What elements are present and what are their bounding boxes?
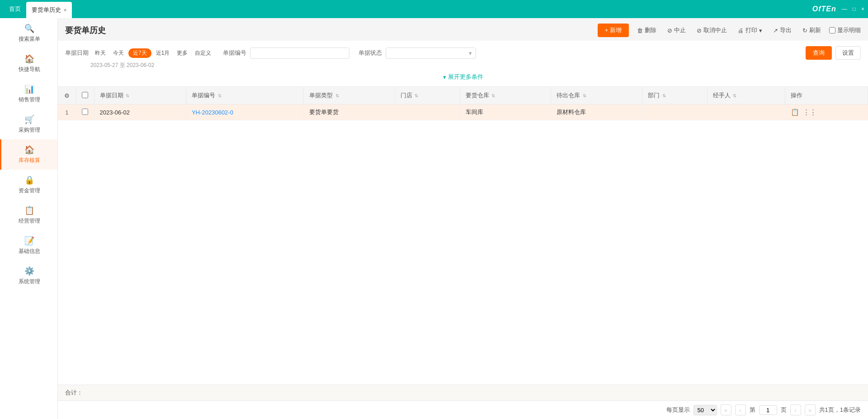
sidebar-item-sales-mgmt[interactable]: 📊 销售管理 bbox=[0, 79, 57, 109]
cell-checkbox-0[interactable] bbox=[76, 105, 94, 120]
cell-req-warehouse-0: 车间库 bbox=[460, 105, 551, 120]
cell-store-0 bbox=[395, 105, 460, 120]
page-title: 要货单历史 bbox=[65, 25, 598, 36]
footer-total-label: 合计： bbox=[65, 389, 83, 397]
col-order-type[interactable]: 单据类型 ⇅ bbox=[304, 87, 395, 105]
page-label: 第 bbox=[750, 406, 755, 414]
date-range-text: 2023-05-27 至 2023-06-02 bbox=[90, 62, 154, 68]
sidebar-item-basic-info[interactable]: 📝 基础信息 bbox=[0, 230, 57, 261]
delete-button[interactable]: 🗑 删除 bbox=[634, 24, 659, 36]
col-req-warehouse[interactable]: 要货仓库 ⇅ bbox=[460, 87, 551, 105]
search-menu-icon: 🔍 bbox=[24, 24, 34, 33]
col-order-no[interactable]: 单据编号 ⇅ bbox=[186, 87, 304, 105]
minimize-btn[interactable]: — bbox=[842, 6, 847, 12]
date-range-display: 2023-05-27 至 2023-06-02 bbox=[90, 62, 861, 69]
col-department[interactable]: 部门 ⇅ bbox=[642, 87, 707, 105]
order-no-link-0[interactable]: YH-20230602-0 bbox=[192, 109, 233, 116]
first-page-btn[interactable]: « bbox=[721, 405, 731, 415]
col-pending-warehouse[interactable]: 待出仓库 ⇅ bbox=[551, 87, 642, 105]
sidebar-item-quick-nav[interactable]: 🏠 快捷导航 bbox=[0, 48, 57, 79]
pagination-bar: 每页显示 10 20 50 100 « ‹ 第 页 › » 共1页，1条记录 bbox=[58, 400, 868, 419]
close-btn[interactable]: × bbox=[861, 6, 864, 12]
handler-sort-icon: ⇅ bbox=[733, 93, 736, 98]
tab-requisition-history[interactable]: 要货单历史 × bbox=[26, 2, 72, 18]
sidebar-item-search-menu-label: 搜索菜单 bbox=[19, 35, 40, 43]
next-page-btn[interactable]: › bbox=[790, 405, 801, 415]
cell-department-0 bbox=[642, 105, 707, 120]
display-cell-checkbox[interactable] bbox=[829, 27, 835, 33]
cell-pending-warehouse-0: 原材料仓库 bbox=[551, 105, 642, 120]
sidebar-item-system-mgmt[interactable]: ⚙️ 系统管理 bbox=[0, 261, 57, 291]
department-sort-icon: ⇅ bbox=[662, 93, 666, 98]
order-no-label: 单据编号 bbox=[223, 49, 246, 57]
tab-requisition-history-label: 要货单历史 bbox=[32, 6, 61, 14]
sidebar-item-search-menu[interactable]: 🔍 搜索菜单 bbox=[0, 18, 57, 48]
cell-seq-0: 1 bbox=[58, 105, 76, 120]
prev-page-btn[interactable]: ‹ bbox=[735, 405, 746, 415]
req-warehouse-sort-icon: ⇅ bbox=[491, 93, 495, 98]
status-filter: 单据状态 ▾ bbox=[359, 48, 476, 59]
more-icon-0[interactable]: ⋮⋮ bbox=[803, 108, 816, 116]
page-input[interactable] bbox=[759, 405, 777, 415]
col-store[interactable]: 门店 ⇅ bbox=[395, 87, 460, 105]
expand-more-label: 展开更多条件 bbox=[448, 73, 483, 81]
sidebar-item-finance-mgmt[interactable]: 🔒 资金管理 bbox=[0, 170, 57, 200]
finance-mgmt-icon: 🔒 bbox=[24, 175, 34, 185]
page-size-label: 每页显示 bbox=[666, 406, 690, 414]
content-area: 要货单历史 + 新增 🗑 删除 ⊘ 中止 ⊘ 取消中止 🖨 打印 bbox=[58, 18, 868, 419]
expand-more-icon: ▾ bbox=[443, 74, 446, 81]
stop-icon: ⊘ bbox=[667, 27, 672, 34]
basic-info-icon: 📝 bbox=[24, 236, 34, 246]
main-layout: 🔍 搜索菜单 🏠 快捷导航 📊 销售管理 🛒 采购管理 🏠 库存核算 🔒 资金管… bbox=[0, 18, 868, 419]
cancel-stop-button[interactable]: ⊘ 取消中止 bbox=[694, 24, 730, 36]
purchase-mgmt-icon: 🛒 bbox=[24, 114, 34, 124]
tab-close-icon[interactable]: × bbox=[64, 7, 66, 13]
col-settings[interactable]: ⚙ bbox=[58, 87, 76, 105]
last-page-btn[interactable]: » bbox=[805, 405, 816, 415]
date-shortcut-7days[interactable]: 近7天 bbox=[128, 48, 151, 58]
col-checkbox[interactable] bbox=[76, 87, 94, 105]
sidebar: 🔍 搜索菜单 🏠 快捷导航 📊 销售管理 🛒 采购管理 🏠 库存核算 🔒 资金管… bbox=[0, 18, 58, 419]
tab-home[interactable]: 首页 bbox=[4, 2, 26, 16]
export-button[interactable]: ↗ 导出 bbox=[770, 24, 794, 36]
order-type-sort-icon: ⇅ bbox=[335, 93, 339, 98]
status-dropdown-icon[interactable]: ▾ bbox=[469, 50, 472, 57]
sidebar-item-inventory[interactable]: 🏠 库存核算 bbox=[0, 139, 57, 170]
query-button[interactable]: 查询 bbox=[806, 46, 832, 60]
print-icon: 🖨 bbox=[738, 27, 744, 34]
maximize-btn[interactable]: □ bbox=[853, 6, 856, 12]
status-input[interactable] bbox=[390, 50, 469, 57]
filter-buttons: 查询 设置 bbox=[806, 46, 861, 60]
date-shortcut-more[interactable]: 更多 bbox=[174, 48, 190, 58]
sidebar-item-sales-mgmt-label: 销售管理 bbox=[19, 96, 40, 104]
col-date[interactable]: 单据日期 ⇅ bbox=[94, 87, 186, 105]
stop-button[interactable]: ⊘ 中止 bbox=[665, 24, 689, 36]
date-shortcut-yesterday[interactable]: 昨天 bbox=[92, 48, 108, 58]
display-cell-button[interactable]: 显示明细 bbox=[829, 26, 861, 34]
settings-button[interactable]: 设置 bbox=[835, 46, 861, 60]
page-header: 要货单历史 + 新增 🗑 删除 ⊘ 中止 ⊘ 取消中止 🖨 打印 bbox=[58, 18, 868, 41]
sidebar-item-purchase-mgmt-label: 采购管理 bbox=[19, 126, 40, 134]
select-all-checkbox[interactable] bbox=[82, 92, 88, 98]
operations-mgmt-icon: 📋 bbox=[24, 205, 34, 215]
row-checkbox-0[interactable] bbox=[82, 109, 88, 115]
page-unit: 页 bbox=[781, 406, 787, 414]
sidebar-item-purchase-mgmt[interactable]: 🛒 采购管理 bbox=[0, 109, 57, 139]
refresh-button[interactable]: ↻ 刷新 bbox=[800, 24, 824, 36]
date-shortcuts: 昨天 今天 近7天 近1月 更多 自定义 bbox=[92, 48, 214, 58]
page-size-select[interactable]: 10 20 50 100 bbox=[693, 405, 717, 415]
date-shortcut-1month[interactable]: 近1月 bbox=[153, 48, 173, 58]
date-shortcut-today[interactable]: 今天 bbox=[110, 48, 127, 58]
expand-more-btn[interactable]: ▾ 展开更多条件 bbox=[65, 73, 861, 81]
new-button[interactable]: + 新增 bbox=[598, 24, 629, 37]
delete-icon: 🗑 bbox=[637, 27, 643, 34]
order-no-input[interactable] bbox=[250, 48, 349, 59]
edit-icon-0[interactable]: 📋 bbox=[791, 108, 799, 116]
date-shortcut-custom[interactable]: 自定义 bbox=[192, 48, 214, 58]
delete-label: 删除 bbox=[645, 26, 656, 34]
sidebar-item-finance-mgmt-label: 资金管理 bbox=[19, 187, 40, 195]
pending-warehouse-sort-icon: ⇅ bbox=[583, 93, 586, 98]
print-button[interactable]: 🖨 打印 ▾ bbox=[735, 24, 765, 36]
col-handler[interactable]: 经手人 ⇅ bbox=[707, 87, 785, 105]
sidebar-item-operations-mgmt[interactable]: 📋 经营管理 bbox=[0, 200, 57, 230]
